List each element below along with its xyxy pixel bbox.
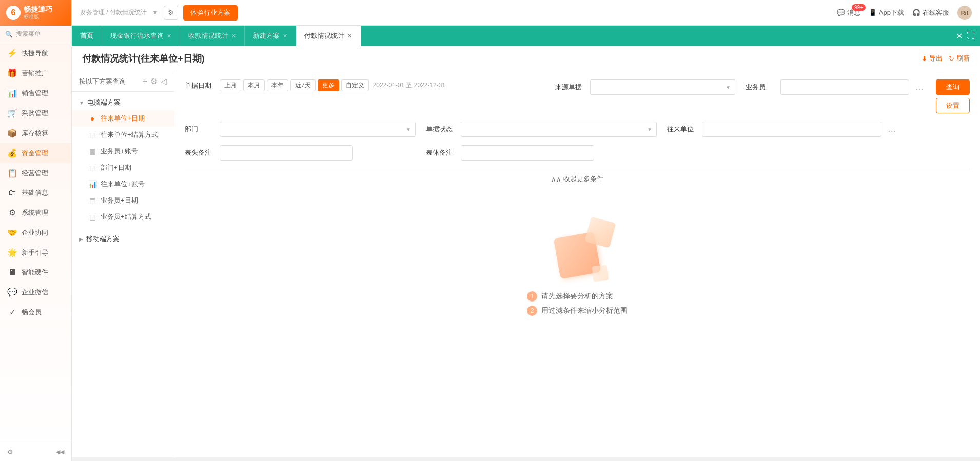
sidebar-item-wechat[interactable]: 💬 企业微信 [0, 282, 71, 302]
app-download-button[interactable]: 📱 App下载 [869, 8, 904, 17]
message-icon: 💬 [837, 9, 845, 16]
tab-bank-flow[interactable]: 现金银行流水查询 ✕ [102, 26, 180, 46]
table-header-input[interactable] [220, 145, 353, 161]
sidebar-item-inventory[interactable]: 📦 库存核算 [0, 123, 71, 143]
message-button[interactable]: 💬 消息 99+ [837, 8, 860, 17]
tab-new-scheme-close[interactable]: ✕ [283, 33, 287, 39]
sidebar-item-purchase[interactable]: 🛒 采购管理 [0, 103, 71, 123]
sidebar-item-member[interactable]: ✓ 畅会员 [0, 302, 71, 322]
chevron-up-icon: ∧∧ [551, 175, 561, 183]
sidebar-item-guide[interactable]: 🌟 新手引导 [0, 243, 71, 263]
counterparty-input[interactable] [702, 122, 881, 137]
headset-icon: 🎧 [912, 9, 920, 16]
sidebar-item-finance[interactable]: 💰 资金管理 [0, 143, 71, 163]
sidebar-item-marketing[interactable]: 🎁 营销推广 [0, 63, 71, 83]
dept-select[interactable]: ▼ [220, 122, 416, 137]
sidebar-item-coop[interactable]: 🤝 企业协同 [0, 223, 71, 243]
tab-payment-stats[interactable]: 付款情况统计 ✕ [296, 26, 361, 46]
scheme-item-staff-date[interactable]: ▦ 业务员+日期 [72, 192, 174, 209]
sidebar-item-label: 快捷导航 [22, 49, 48, 58]
this-year-btn[interactable]: 本年 [267, 79, 288, 91]
sidebar-nav: ⚡ 快捷导航 🎁 营销推广 📊 销售管理 🛒 采购管理 📦 库存核算 💰 资金管… [0, 43, 71, 443]
sidebar-item-label: 畅会员 [22, 308, 42, 317]
sidebar-item-label: 系统管理 [22, 208, 48, 217]
scheme-item-unit-account[interactable]: 📊 往来单位+账号 [72, 176, 174, 192]
tab-new-scheme-label: 新建方案 [253, 31, 280, 41]
content-wrapper: 按以下方案查询 + ⚙ ◁ ▼ 电脑端方案 ● 往来单位+日期 [72, 71, 980, 457]
trial-button[interactable]: 体验行业方案 [183, 5, 238, 21]
scheme-label: 业务员+日期 [101, 196, 138, 205]
sidebar-search[interactable]: 🔍 搜索菜单 [0, 26, 71, 43]
collapse-sidebar-icon[interactable]: ◀◀ [56, 449, 64, 455]
tab-home-label: 首页 [80, 31, 93, 41]
custom-btn[interactable]: 自定义 [341, 79, 369, 91]
tabs-bar: 首页 现金银行流水查询 ✕ 收款情况统计 ✕ 新建方案 ✕ 付款情况统计 ✕ ✕… [72, 26, 980, 46]
sidebar-item-system[interactable]: ⚙ 系统管理 [0, 203, 71, 223]
left-panel: 按以下方案查询 + ⚙ ◁ ▼ 电脑端方案 ● 往来单位+日期 [72, 71, 174, 457]
scheme-item-staff-payment[interactable]: ▦ 业务员+结算方式 [72, 209, 174, 225]
scheme-item-unit-date[interactable]: ● 往来单位+日期 [72, 110, 174, 127]
source-label: 来源单据 [555, 83, 586, 92]
desktop-group-title[interactable]: ▼ 电脑端方案 [72, 95, 174, 110]
staff-filter-group: 业务员 … [746, 79, 926, 95]
more-btn[interactable]: 更多 [318, 79, 339, 91]
sidebar-item-quick-nav[interactable]: ⚡ 快捷导航 [0, 43, 71, 63]
mobile-scheme-group: ▶ 移动端方案 [72, 228, 174, 250]
last-7-btn[interactable]: 近7天 [290, 79, 316, 91]
tab-close-all-icon[interactable]: ✕ [956, 31, 963, 41]
scheme-item-staff-account[interactable]: ▦ 业务员+账号 [72, 143, 174, 159]
tab-receipt-stats-close[interactable]: ✕ [231, 33, 236, 39]
doc-status-dropdown-icon: ▼ [647, 127, 652, 132]
tab-receipt-stats[interactable]: 收款情况统计 ✕ [180, 26, 245, 46]
settings-button[interactable]: 设置 [936, 98, 970, 113]
this-month-btn[interactable]: 本月 [243, 79, 265, 91]
source-select[interactable]: ▼ [590, 79, 735, 95]
scheme-active-icon: ● [88, 114, 96, 123]
tab-payment-stats-close[interactable]: ✕ [347, 33, 352, 39]
tab-maximize-icon[interactable]: ⛶ [967, 31, 975, 41]
tab-new-scheme[interactable]: 新建方案 ✕ [245, 26, 296, 46]
staff-input[interactable] [780, 79, 909, 95]
tab-bank-flow-label: 现金银行流水查询 [110, 31, 164, 41]
table-body-input[interactable] [461, 145, 594, 161]
scheme-icon: ▦ [88, 213, 96, 221]
breadcrumb-dropdown-icon[interactable]: ▼ [152, 9, 159, 16]
settings-icon[interactable]: ⚙ [7, 448, 13, 456]
doc-status-select[interactable]: ▼ [461, 122, 657, 137]
mobile-group-title[interactable]: ▶ 移动端方案 [72, 231, 174, 247]
export-button[interactable]: ⬇ 导出 [922, 54, 943, 63]
export-label: 导出 [929, 54, 943, 63]
scheme-item-unit-payment[interactable]: ▦ 往来单位+结算方式 [72, 127, 174, 143]
tab-bank-flow-close[interactable]: ✕ [167, 33, 171, 39]
logo-name: 畅捷通巧 [24, 5, 52, 14]
user-avatar[interactable]: Rit [957, 6, 972, 20]
scheme-label: 业务员+账号 [101, 147, 138, 156]
logo-sub: 标准版 [24, 13, 52, 21]
online-service-button[interactable]: 🎧 在线客服 [912, 8, 949, 17]
add-scheme-button[interactable]: + [143, 77, 147, 86]
tab-home[interactable]: 首页 [72, 26, 102, 46]
counterparty-more-icon[interactable]: … [886, 125, 898, 134]
scheme-icon: ▦ [88, 164, 96, 172]
sidebar-item-label: 营销推广 [22, 69, 48, 78]
last-month-btn[interactable]: 上月 [220, 79, 241, 91]
sidebar-item-basic[interactable]: 🗂 基础信息 [0, 183, 71, 203]
date-label: 单据日期 [185, 81, 215, 90]
panel-collapse-button[interactable]: ◁ [161, 76, 167, 86]
collapse-conditions-button[interactable]: ∧∧ 收起更多条件 [185, 169, 970, 189]
service-label: 在线客服 [923, 8, 949, 17]
page-content: 付款情况统计(往来单位+日期) ⬇ 导出 ↻ 刷新 按以下方案查询 + [72, 46, 980, 461]
sidebar-item-sales[interactable]: 📊 销售管理 [0, 83, 71, 103]
refresh-button[interactable]: ↻ 刷新 [949, 54, 970, 63]
scheme-settings-button[interactable]: ⚙ [150, 76, 158, 86]
refresh-icon: ↻ [949, 55, 954, 63]
scheme-item-dept-date[interactable]: ▦ 部门+日期 [72, 159, 174, 176]
hint-2: 2 用过滤条件来缩小分析范围 [527, 306, 628, 316]
sidebar-item-hardware[interactable]: 🖥 智能硬件 [0, 263, 71, 282]
header-settings-button[interactable]: ⚙ [164, 6, 178, 20]
sidebar-item-ops[interactable]: 📋 经营管理 [0, 163, 71, 183]
staff-more-icon[interactable]: … [913, 83, 926, 92]
filter-row-1: 单据日期 上月 本月 本年 近7天 更多 自定义 2022-01-01 至 20… [185, 79, 970, 113]
query-button[interactable]: 查询 [936, 79, 970, 95]
dept-label: 部门 [185, 125, 215, 134]
